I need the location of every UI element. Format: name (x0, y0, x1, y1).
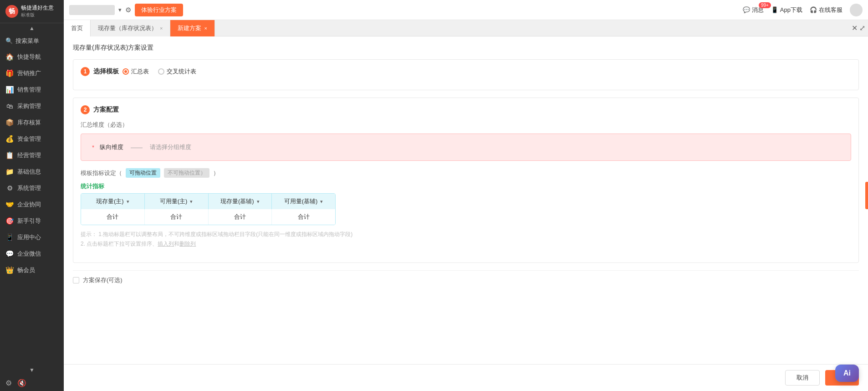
chevron-down-icon[interactable]: ▾ (118, 6, 122, 13)
tab-right-btns: ✕ ⤢ (852, 24, 868, 32)
stats-col-2: 可用量(主) ▾ (145, 194, 209, 209)
stats-col-4-arrow[interactable]: ▾ (320, 199, 323, 205)
sound-icon[interactable]: 🔇 (17, 379, 26, 387)
tip-insert-link[interactable]: 插入列 (158, 241, 174, 247)
logo-app-name: 畅捷通好生意 (21, 5, 54, 12)
stats-table-header: 现存量(主) ▾ 可用量(主) ▾ 现存量(基辅) ▾ 可用量(基辅) ▾ (81, 194, 335, 209)
ai-float-button[interactable]: Ai (835, 365, 859, 382)
purchase-icon: 🛍 (5, 102, 14, 110)
required-star: * (92, 144, 94, 151)
sidebar-item-label-finance: 资金管理 (17, 135, 41, 143)
messages-btn[interactable]: 💬 消息 99+ (743, 6, 764, 14)
radio-summary[interactable]: 汇总表 (123, 67, 149, 76)
tab-inventory-status[interactable]: 现存量（库存状况表） × (91, 20, 170, 36)
new-guide-icon: 🎯 (5, 217, 14, 225)
messages-badge: 99+ (759, 2, 771, 8)
stats-col-4: 可用量(基辅) ▾ (272, 194, 335, 209)
app-icon: 📱 (771, 6, 778, 13)
tab-inventory-status-close[interactable]: × (160, 26, 163, 31)
tag-not-draggable: 不可拖动位置） (164, 168, 209, 178)
sidebar-item-new-guide[interactable]: 🎯 新手引导 (0, 213, 64, 229)
sales-icon: 📊 (5, 86, 14, 94)
tip-delete-link[interactable]: 删除列 (179, 241, 196, 247)
app-download-btn[interactable]: 📱 App下载 (771, 6, 802, 14)
sidebar-scroll-up[interactable]: ▲ (0, 23, 64, 33)
sidebar-bottom: ⚙ 🔇 (0, 375, 64, 391)
sidebar-item-purchase[interactable]: 🛍 采购管理 (0, 98, 64, 114)
operations-icon: 📋 (5, 151, 14, 159)
stats-col-2-arrow[interactable]: ▾ (190, 199, 193, 205)
sidebar-item-label-sales: 销售管理 (17, 86, 41, 94)
stats-col-3-label: 现存量(基辅) (220, 197, 254, 206)
member-icon: 👑 (5, 266, 14, 274)
footer-buttons: 取消 查询 (64, 364, 868, 391)
template-radio-group: 汇总表 交叉统计表 (123, 67, 196, 76)
required-dim-label: 汇总维度（必选） (81, 121, 851, 129)
topbar: ▾ ⚙ 体验行业方案 💬 消息 99+ 📱 App下载 🎧 在线客服 (64, 0, 868, 20)
tab-new-scheme-close[interactable]: × (204, 26, 207, 31)
sidebar-item-cooperation[interactable]: 🤝 企业协同 (0, 196, 64, 213)
sidebar-logo: 畅 畅捷通好生意 标准版 (0, 0, 64, 23)
topbar-placeholder (69, 5, 115, 15)
template-config-close: ） (213, 169, 219, 177)
radio-summary-label: 汇总表 (131, 67, 149, 76)
tab-new-scheme[interactable]: 新建方案 × (170, 20, 214, 36)
topbar-right: 💬 消息 99+ 📱 App下载 🎧 在线客服 (743, 4, 863, 16)
sidebar-items: 🏠 快捷导航 🎁 营销推广 📊 销售管理 🛍 采购管理 📦 库存核算 💰 资金管… (0, 49, 64, 365)
radio-cross-dot (158, 68, 164, 75)
stats-col-3-arrow[interactable]: ▾ (257, 199, 260, 205)
vertical-dim-label: 纵向维度 (100, 143, 123, 151)
sidebar-item-member[interactable]: 👑 畅会员 (0, 262, 64, 278)
sidebar-item-inventory[interactable]: 📦 库存核算 (0, 114, 64, 131)
radio-cross-label: 交叉统计表 (167, 67, 196, 76)
sidebar-item-sales[interactable]: 📊 销售管理 (0, 82, 64, 98)
tab-close-all-btn[interactable]: ✕ (852, 24, 858, 32)
vertical-dim-box[interactable]: * 纵向维度 —— 请选择分组维度 (81, 134, 851, 161)
sidebar-item-finance[interactable]: 💰 资金管理 (0, 131, 64, 147)
settings-icon[interactable]: ⚙ (5, 379, 12, 387)
marketing-icon: 🎁 (5, 69, 14, 77)
section1-num: 1 (81, 67, 90, 76)
sidebar-item-label-operations: 经营管理 (17, 151, 41, 159)
cooperation-icon: 🤝 (5, 201, 14, 209)
tab-expand-btn[interactable]: ⤢ (859, 24, 865, 32)
stats-col-1-arrow[interactable]: ▾ (127, 199, 129, 205)
stats-section-label: 统计指标 (81, 182, 851, 190)
save-checkbox[interactable] (73, 277, 79, 283)
gear-icon[interactable]: ⚙ (125, 6, 131, 14)
sidebar-search[interactable]: 🔍 搜索菜单 (0, 33, 64, 49)
stats-table-body: 合计 合计 合计 合计 (81, 209, 335, 225)
app-center-icon: 📱 (5, 233, 14, 242)
trial-industry-btn[interactable]: 体验行业方案 (135, 4, 183, 16)
user-avatar[interactable] (850, 4, 863, 16)
sidebar-item-wechat[interactable]: 💬 企业微信 (0, 246, 64, 262)
sidebar-scroll-down[interactable]: ▼ (0, 365, 64, 375)
section2-label: 方案配置 (93, 106, 119, 114)
section1-label: 选择模板 (93, 67, 119, 76)
section-choose-template: 1 选择模板 汇总表 交叉统计表 (73, 59, 859, 90)
tab-home[interactable]: 首页 (64, 20, 91, 36)
cancel-button[interactable]: 取消 (785, 370, 820, 386)
section2-header: 2 方案配置 (81, 105, 851, 114)
tab-home-label: 首页 (71, 24, 83, 32)
sidebar-item-label-system: 系统管理 (17, 184, 41, 192)
stats-cell-3: 合计 (209, 209, 272, 225)
logo-text-block: 畅捷通好生意 标准版 (21, 5, 54, 18)
save-checkbox-row: 方案保存(可选) (73, 270, 859, 290)
sidebar-item-system[interactable]: ⚙ 系统管理 (0, 180, 64, 196)
system-icon: ⚙ (5, 184, 14, 192)
page-breadcrumb: 现存量(库存状况表)方案设置 (73, 44, 859, 52)
logo-sub-text: 标准版 (21, 12, 54, 18)
sidebar-item-quick-nav[interactable]: 🏠 快捷导航 (0, 49, 64, 65)
sidebar-item-basic-info[interactable]: 📁 基础信息 (0, 164, 64, 180)
sidebar-item-marketing[interactable]: 🎁 营销推广 (0, 65, 64, 82)
quick-nav-icon: 🏠 (5, 53, 14, 61)
main-area: ▾ ⚙ 体验行业方案 💬 消息 99+ 📱 App下载 🎧 在线客服 首页 (64, 0, 868, 391)
sidebar-item-label-inventory: 库存核算 (17, 118, 41, 127)
radio-cross[interactable]: 交叉统计表 (158, 67, 196, 76)
sidebar-item-operations[interactable]: 📋 经营管理 (0, 147, 64, 164)
online-service-btn[interactable]: 🎧 在线客服 (810, 6, 842, 14)
stats-col-1-label: 现存量(主) (96, 197, 124, 206)
sidebar-item-app-center[interactable]: 📱 应用中心 (0, 229, 64, 246)
section2-num: 2 (81, 105, 90, 114)
